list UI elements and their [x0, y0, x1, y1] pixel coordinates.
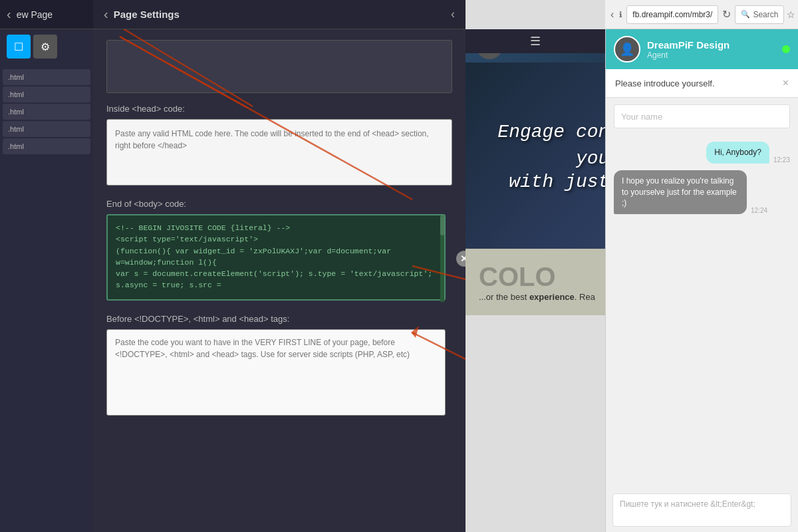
gear-icon-button[interactable]: ⚙ [33, 35, 57, 59]
chat-introduce-text: Please introduce yourself. [615, 78, 715, 88]
sidebar-icon-row: ☐ ⚙ [0, 29, 93, 64]
chat-messages-area: 12:23 Hi, Anybody? I hope you realize yo… [606, 135, 798, 488]
head-code-label: Inside <head> code: [106, 104, 452, 114]
list-item[interactable]: .html [3, 138, 90, 154]
code-scrollbar-thumb[interactable] [440, 215, 444, 235]
browser-back-button[interactable]: ‹ [609, 7, 615, 22]
chat-input-placeholder: Пишете тук и натиснете &lt;Enter&gt; [620, 499, 755, 509]
chat-agent-info: DreamPiF Design Agent [647, 39, 775, 60]
code-scrollbar[interactable] [440, 215, 444, 302]
browser-body-text: ...or the best experience. Rea [479, 292, 595, 302]
ps-back-button[interactable]: ‹ [104, 7, 108, 22]
page-icon-button[interactable]: ☐ [7, 35, 31, 59]
browser-url-text: fb.dreampif.com/mbr3/ [632, 10, 712, 19]
back-button[interactable]: ‹ [7, 7, 11, 22]
body-code-wrapper: <!-- BEGIN JIVOSITE CODE {literal} --> <… [106, 214, 446, 303]
before-doctype-label: Before <!DOCTYPE>, <html> and <head> tag… [106, 314, 452, 324]
sidebar-title: ew Page [17, 9, 53, 20]
browser-secondary-menu: ☰ [466, 29, 605, 53]
ps-close-button[interactable]: ‹ [451, 7, 455, 21]
browser-navbar: ‹ ℹ fb.dreampif.com/mbr3/ ↻ 🔍 Search ☆ 📋… [605, 0, 798, 29]
browser-refresh-button[interactable]: ↻ [721, 7, 732, 22]
sidebar-list: .html .html .html .html .html [0, 64, 93, 160]
browser-info-button[interactable]: ℹ [618, 9, 624, 21]
chat-introduce-close-button[interactable]: × [783, 77, 789, 89]
browser-url-bar[interactable]: fb.dreampif.com/mbr3/ [626, 5, 718, 24]
chat-agent-avatar: 👤 [614, 36, 640, 63]
left-sidebar: ‹ ew Page ☐ ⚙ .html .html .html .html .h… [0, 0, 93, 532]
hamburger-menu-icon[interactable]: ☰ [530, 34, 541, 49]
browser-toolbar-icons: ☆ 📋 ⬇ 🏠 18 ⬇ » ☰ [787, 8, 798, 21]
colo-text: COLO [479, 262, 556, 291]
ps-preview-box [106, 40, 452, 93]
chat-name-input-field[interactable]: Your name [614, 104, 790, 128]
panel-close-button[interactable]: ✕ [456, 251, 466, 267]
chat-bubble-received: I hope you realize you're talking to you… [614, 170, 747, 214]
body-code-textarea[interactable]: <!-- BEGIN JIVOSITE CODE {literal} --> <… [106, 214, 446, 301]
chat-introduce-section: Please introduce yourself. × [606, 69, 798, 98]
search-icon: 🔍 [741, 10, 750, 19]
chat-time: 12:23 [773, 156, 790, 164]
chat-agent-role: Agent [647, 51, 775, 60]
star-icon[interactable]: ☆ [787, 9, 795, 20]
list-item[interactable]: .html [3, 104, 90, 120]
before-doctype-textarea[interactable] [106, 329, 446, 416]
chat-agent-name: DreamPiF Design [647, 39, 775, 51]
chat-panel: 👤 DreamPiF Design Agent Please introduce… [605, 29, 798, 532]
browser-search-bar[interactable]: 🔍 Search [735, 5, 784, 24]
chat-time: 12:24 [751, 207, 767, 214]
chat-message-row: 12:23 Hi, Anybody? [614, 142, 790, 164]
page-settings-title: Page Settings [114, 9, 180, 20]
chat-name-placeholder: Your name [621, 112, 662, 122]
search-placeholder-text: Search [753, 10, 778, 19]
page-settings-panel: ‹ Page Settings ‹ Inside <head> code: En… [93, 0, 466, 532]
chat-bubble-sent: Hi, Anybody? [706, 142, 769, 164]
chat-online-indicator [782, 45, 790, 53]
page-settings-header: ‹ Page Settings ‹ [93, 0, 466, 29]
ps-content: Inside <head> code: End of <body> code: … [93, 29, 466, 456]
chat-header: 👤 DreamPiF Design Agent [606, 29, 798, 69]
chat-message-row: I hope you realize you're talking to you… [614, 170, 790, 214]
head-code-textarea[interactable] [106, 119, 452, 186]
body-code-label: End of <body> code: [106, 199, 452, 209]
chat-input-area[interactable]: Пишете тук и натиснете &lt;Enter&gt; [612, 493, 791, 527]
list-item[interactable]: .html [3, 86, 90, 102]
list-item[interactable]: .html [3, 69, 90, 85]
sidebar-header: ‹ ew Page [0, 0, 93, 29]
list-item[interactable]: .html [3, 121, 90, 137]
